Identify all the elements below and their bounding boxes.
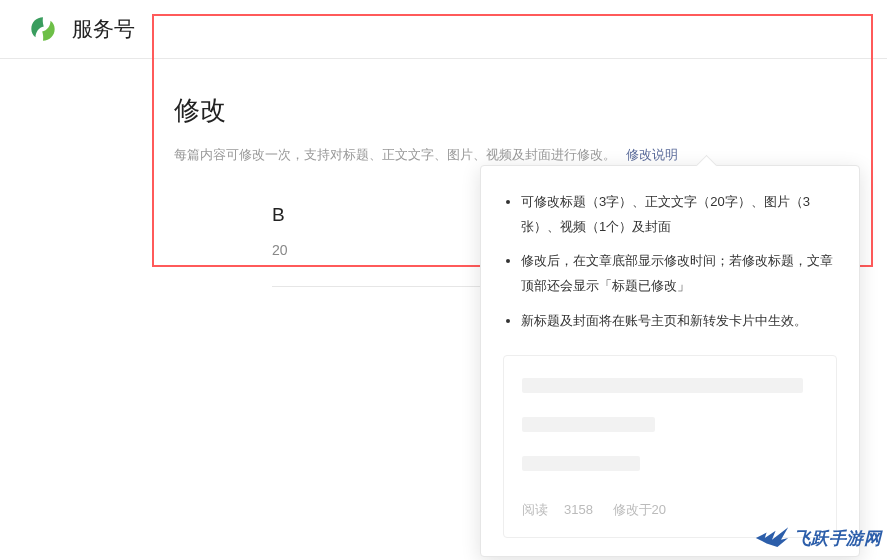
page-title: 修改 <box>174 93 865 128</box>
modified-label: 修改于20 <box>613 502 666 517</box>
logo-text: 服务号 <box>72 15 135 43</box>
watermark-bird-icon <box>754 520 790 556</box>
skeleton-line <box>522 378 803 393</box>
preview-card: 阅读3158 修改于20 <box>503 355 837 538</box>
logo-icon <box>28 14 58 44</box>
header-bar: 服务号 <box>0 0 887 59</box>
read-count: 3158 <box>564 502 593 517</box>
tooltip-list: 可修改标题（3字）、正文文字（20字）、图片（3张）、视频（1个）及封面 修改后… <box>503 190 837 333</box>
tooltip-item: 修改后，在文章底部显示修改时间；若修改标题，文章顶部还会显示「标题已修改」 <box>521 249 837 298</box>
tooltip-item: 可修改标题（3字）、正文文字（20字）、图片（3张）、视频（1个）及封面 <box>521 190 837 239</box>
subtitle-text: 每篇内容可修改一次，支持对标题、正文文字、图片、视频及封面进行修改。 <box>174 147 616 162</box>
tooltip-item: 新标题及封面将在账号主页和新转发卡片中生效。 <box>521 309 837 334</box>
watermark-text: 飞跃手游网 <box>794 527 882 550</box>
read-label: 阅读 <box>522 502 548 517</box>
skeleton-line <box>522 456 640 471</box>
watermark: 飞跃手游网 <box>754 520 882 556</box>
skeleton-line <box>522 417 655 432</box>
tooltip-popup: 可修改标题（3字）、正文文字（20字）、图片（3张）、视频（1个）及封面 修改后… <box>480 165 860 557</box>
edit-help-link[interactable]: 修改说明 <box>626 147 678 162</box>
preview-footer: 阅读3158 修改于20 <box>522 501 818 519</box>
subtitle-row: 每篇内容可修改一次，支持对标题、正文文字、图片、视频及封面进行修改。 修改说明 <box>174 146 865 164</box>
